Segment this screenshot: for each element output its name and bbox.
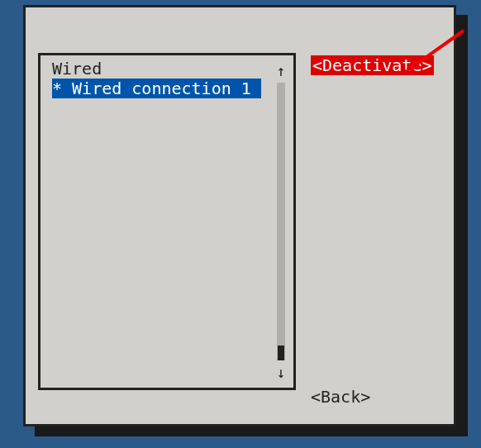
list-item-selected[interactable]: * Wired connection 1 (52, 79, 261, 98)
deactivate-button[interactable]: <Deactivate> (311, 55, 434, 75)
back-button[interactable]: <Back> (311, 387, 370, 407)
action-panel: <Deactivate> <Back> (311, 53, 434, 412)
connection-listbox[interactable]: Wired * Wired connection 1 ↑ ↓ (38, 53, 296, 390)
dialog-content: Wired * Wired connection 1 ↑ ↓ <Deactiva… (38, 20, 441, 412)
list-category-header: Wired (52, 59, 293, 79)
network-dialog: Wired * Wired connection 1 ↑ ↓ <Deactiva… (23, 5, 456, 427)
scroll-down-icon[interactable]: ↓ (277, 364, 286, 381)
scroll-track[interactable] (277, 83, 285, 360)
scrollbar[interactable]: ↑ ↓ (275, 62, 287, 381)
scroll-thumb[interactable] (278, 346, 284, 360)
scroll-up-icon[interactable]: ↑ (277, 62, 286, 79)
list-content: Wired * Wired connection 1 (40, 55, 293, 102)
